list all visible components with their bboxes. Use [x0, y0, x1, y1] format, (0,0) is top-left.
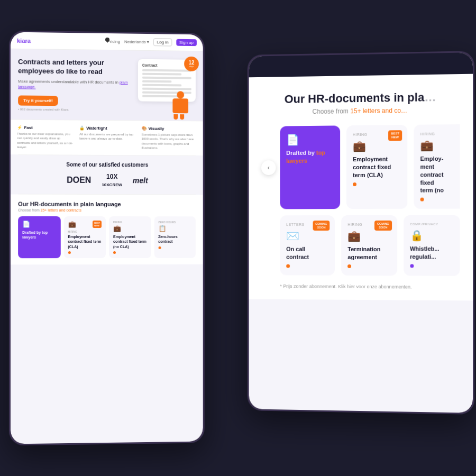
line-5	[142, 84, 182, 87]
hero-cta-button[interactable]: Try it yourself!	[18, 95, 58, 106]
tablet-right: Our HR-documents in pla… Choose from 15+…	[248, 51, 474, 415]
right-icon-on-call: ✉️	[286, 230, 328, 242]
logo-10xcrew: 10X10XCREW	[102, 173, 122, 188]
right-dot-termination	[347, 264, 351, 268]
hero-headline: Contracts and letters your employees do …	[18, 58, 133, 77]
feature-fast: ⚡ Fast Thanks to our clear explanations,…	[17, 125, 73, 150]
zero-hours-icon: 📋	[158, 225, 191, 232]
employment-no-cla-icon: 💼	[113, 225, 147, 232]
plain-language-link[interactable]: plain language.	[18, 80, 128, 89]
nav-signup-button[interactable]: Sign up	[176, 39, 197, 46]
right-main-title: Our HR-documents in pla…	[261, 90, 460, 106]
right-badge-best: BESTNEW	[388, 130, 402, 141]
logo-doen: DOEN	[67, 176, 91, 185]
nav-nederlands[interactable]: Nederlands ▾	[124, 39, 149, 44]
line-6	[142, 88, 191, 90]
right-top-bar	[249, 52, 473, 77]
hero-section: Contracts and letters your employees do …	[11, 49, 203, 121]
hr-section-left: Our HR-documents in plain language Choos…	[11, 195, 203, 264]
hero-description: Make agreements understandable with HR d…	[18, 79, 133, 91]
feature-watertight-desc: All our documents are prepared by top la…	[79, 132, 135, 141]
carousel-row1: ‹ 📄 Drafted by toplawyers BESTNEW HIRING…	[261, 124, 460, 209]
right-label-whistleblower: COMP./PRIVACY	[410, 223, 453, 226]
right-title-cla: Employment contract fixed term (CLA)	[353, 155, 401, 179]
zero-hours-label: ZERO HOURS	[158, 221, 191, 224]
fast-icon: ⚡	[17, 125, 22, 130]
nav-links: Pricing Nederlands ▾ Log in Sign up	[107, 38, 196, 47]
right-icon-no-cla: 💼	[420, 139, 460, 152]
employment-cla-label: HIRING	[68, 230, 102, 233]
camera-dot	[105, 38, 109, 42]
footnote: * Prijs zonder abonnement. Klik hier voo…	[261, 283, 460, 290]
dot-no-cla	[113, 251, 116, 254]
drafted-right-title: Drafted by toplawyers	[286, 149, 334, 164]
right-dot-no-cla	[420, 198, 424, 202]
right-count[interactable]: 15+ letters and co…	[350, 107, 407, 115]
feature-visually: 🎨 Visually Sometimes 1 picture says more…	[141, 126, 196, 150]
right-card-whistleblower[interactable]: COMP./PRIVACY 🔒 Whistleb...regulati...	[404, 215, 460, 276]
right-main-subtitle: Choose from 15+ letters and co…	[261, 106, 460, 116]
employment-cla-title: Employment contract fixed term (CLA)	[68, 234, 102, 249]
badge-label: days	[189, 66, 194, 68]
line-4	[142, 80, 172, 83]
tablet-left: kiara Pricing Nederlands ▾ Log in Sign u…	[9, 30, 205, 445]
customers-logos: DOEN 10X10XCREW melt	[18, 173, 196, 188]
feature-visually-title: 🎨 Visually	[141, 126, 196, 131]
doc-card-drafted[interactable]: 📄 Drafted by top lawyers	[18, 216, 60, 258]
nav-logo: kiara	[17, 37, 31, 43]
right-card-termination[interactable]: COMINGSOON HIRING 💼 Termination agreemen…	[341, 215, 397, 276]
right-card-drafted[interactable]: 📄 Drafted by toplawyers	[280, 125, 340, 209]
right-card-on-call[interactable]: COMINGSOON LETTERS ✉️ On call contract	[280, 215, 335, 275]
feature-watertight-title: 🔒 Watertight	[79, 125, 135, 131]
drafted-title: Drafted by top lawyers	[22, 230, 56, 240]
hr-subtitle-left: Choose from 15+ letters and contracts	[18, 208, 196, 213]
right-icon-cla: 💼	[353, 139, 401, 152]
doc-card-employment-no-cla[interactable]: HIRING 💼 Employment contract fixed term …	[109, 216, 151, 258]
right-content: Our HR-documents in pla… Choose from 15+…	[249, 74, 473, 301]
employment-no-cla-title: Employment contract fixed term (no CLA)	[113, 234, 147, 249]
carousel-prev-button[interactable]: ‹	[261, 160, 276, 175]
right-icon-termination: 💼	[347, 230, 390, 242]
line-1	[142, 69, 191, 72]
line-2	[142, 73, 182, 76]
features-row: ⚡ Fast Thanks to our clear explanations,…	[11, 119, 203, 155]
dot-zero	[158, 246, 161, 249]
customers-section: Some of our satisfied customers DOEN 10X…	[11, 155, 203, 195]
dot-cla	[68, 251, 70, 254]
right-badge-coming-oncall: COMINGSOON	[313, 221, 329, 231]
employment-cla-icon: 💼	[68, 221, 76, 228]
hero-bottom-text: • 982 documents created with Kiara	[18, 107, 133, 112]
carousel-cards-row1: 📄 Drafted by toplawyers BESTNEW HIRING 💼…	[280, 124, 460, 209]
visually-icon: 🎨	[141, 126, 147, 131]
right-label-no-cla: HIRING	[420, 132, 460, 136]
right-dot-whistleblower	[410, 264, 414, 268]
feature-watertight: 🔒 Watertight All our documents are prepa…	[79, 125, 135, 150]
drafted-icon: 📄	[22, 221, 56, 228]
watertight-icon: 🔒	[79, 125, 85, 130]
line-3	[142, 77, 191, 79]
right-title-whistleblower: Whistleb...regulati...	[410, 245, 453, 261]
customers-title: Some of our satisfied customers	[18, 161, 196, 168]
hr-count[interactable]: 15+ letters and contracts	[41, 208, 81, 212]
scene: kiara Pricing Nederlands ▾ Log in Sign u…	[0, 0, 476, 476]
hero-text: Contracts and letters your employees do …	[18, 58, 133, 112]
right-card-employment-cla[interactable]: BESTNEW HIRING 💼 Employment contract fix…	[346, 125, 407, 209]
feature-fast-title: ⚡ Fast	[17, 125, 73, 131]
drafted-right-icon: 📄	[286, 133, 334, 146]
right-dot-on-call	[286, 264, 290, 268]
carousel-cards-row2: COMINGSOON LETTERS ✉️ On call contract C…	[261, 215, 460, 276]
doc-card-zero-hours[interactable]: ZERO HOURS 📋 Zero-hours contract	[154, 216, 196, 258]
feature-fast-desc: Thanks to our clear explanations, you ca…	[17, 132, 73, 150]
feature-visually-desc: Sometimes 1 picture says more than 1000 …	[141, 132, 196, 150]
doc-card-employment-cla[interactable]: 💼 BESTNEW HIRING Employment contract fix…	[63, 216, 106, 258]
right-dot-cla	[353, 182, 356, 186]
right-card-employment-no-cla[interactable]: HIRING 💼 Employ-mentcontractfixedterm (n…	[414, 124, 460, 209]
hero-figure	[169, 91, 193, 117]
zero-hours-title: Zero-hours contract	[158, 234, 191, 244]
employment-no-cla-label: HIRING	[113, 221, 147, 224]
docs-carousel-left: 📄 Drafted by top lawyers 💼 BESTNEW HIRIN…	[18, 216, 196, 258]
hero-card-area: 12 days Contract	[138, 59, 196, 112]
logo-melt: melt	[133, 177, 148, 185]
right-title-termination: Termination agreement	[347, 245, 390, 261]
nav-login-button[interactable]: Log in	[153, 38, 172, 46]
